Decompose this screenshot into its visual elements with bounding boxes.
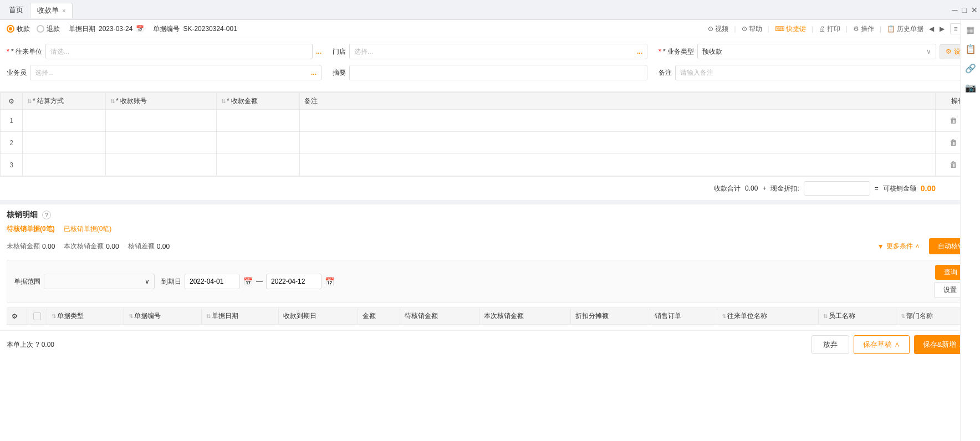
business-type-select[interactable]: 预收款 ∨ <box>697 44 936 59</box>
radio-shoukuan[interactable]: 收款 <box>7 24 30 34</box>
partner-input[interactable] <box>45 44 313 59</box>
window-minus-icon[interactable]: ─ <box>952 6 958 14</box>
cal-from-icon[interactable]: 📅 <box>243 277 253 286</box>
store-label: 门店 <box>333 47 346 57</box>
date-to-input[interactable] <box>266 274 321 289</box>
radio-tuikuan-label: 退款 <box>47 24 60 34</box>
row-3-amount[interactable] <box>217 154 300 176</box>
partner-more-icon[interactable]: ... <box>316 48 321 55</box>
video-btn[interactable]: ⊙ 视频 <box>708 24 728 34</box>
row-2-amount[interactable] <box>217 132 300 154</box>
range-select-arrow: ∨ <box>145 278 150 285</box>
sidebar-table-icon[interactable]: ▦ <box>966 24 974 35</box>
col-amount-header: ⇅ * 收款金额 <box>217 93 300 110</box>
tab-shoukuan[interactable]: 收款单 × <box>30 3 73 18</box>
unchecked-label: 未核销金额 <box>7 242 40 251</box>
row-3-account[interactable] <box>106 154 217 176</box>
window-restore-icon[interactable]: □ <box>962 6 967 14</box>
sort-staff-icon: ⇅ <box>823 313 828 319</box>
sort-number-icon: ⇅ <box>129 313 133 319</box>
calendar-icon[interactable]: 📅 <box>136 25 144 33</box>
col-partner-header: ⇅ 往来单位名称 <box>717 308 819 325</box>
row-2-account[interactable] <box>106 132 217 154</box>
row-3-settlement[interactable] <box>23 154 106 176</box>
row-3-delete-icon[interactable]: 🗑 <box>950 160 957 170</box>
total-label1: 收款合计 <box>714 184 741 193</box>
staff-select-text: 选择... <box>35 68 309 78</box>
bottom-table-gear-icon[interactable]: ⚙ <box>12 312 18 320</box>
reconcil-title: 核销明细 ? <box>7 210 973 220</box>
footer-actions: 放弃 保存草稿 ∧ 保存&新增 ∧ <box>811 335 973 354</box>
staff-select[interactable]: 选择... ... <box>30 65 321 80</box>
nav-right-btn[interactable]: ▶ <box>940 25 945 33</box>
col-number-header: ⇅ 单据编号 <box>124 308 201 325</box>
diff-label: 核销差额 <box>128 242 155 251</box>
nav-left-btn[interactable]: ◀ <box>929 25 934 33</box>
staff-more-icon[interactable]: ... <box>311 69 317 76</box>
layout-list-icon[interactable]: ≡ <box>950 23 961 34</box>
filter-icon: ▼ <box>877 243 884 250</box>
reconcil-help-icon[interactable]: ? <box>42 211 51 219</box>
remark-input[interactable] <box>675 65 973 80</box>
footer-help-icon[interactable]: ? <box>35 341 39 348</box>
settings-gear-icon: ⚙ <box>946 48 952 55</box>
row-1-settlement[interactable] <box>23 110 106 132</box>
col-discount-header: 折扣分摊额 <box>571 308 650 325</box>
form-area: * 往来单位 ... 门店 选择... ... * 业务类型 预收款 ∨ ⚙ <box>0 38 980 92</box>
print-btn[interactable]: 🖨 打印 <box>819 24 840 34</box>
sidebar-doc-icon[interactable]: 📋 <box>965 44 976 54</box>
range-select[interactable]: ∨ <box>44 274 155 289</box>
help-btn[interactable]: ⊙ 帮助 <box>742 24 762 34</box>
col-dept-label: 部门名称 <box>906 311 933 321</box>
cal-to-icon[interactable]: 📅 <box>325 277 334 286</box>
table-gear-icon[interactable]: ⚙ <box>8 98 14 105</box>
diff-value: 0.00 <box>157 243 170 250</box>
col-order-label: 销售订单 <box>655 312 681 320</box>
row-2-settlement[interactable] <box>23 132 106 154</box>
discard-button[interactable]: 放弃 <box>811 335 849 354</box>
date-value[interactable]: 2023-03-24 <box>99 25 132 33</box>
tab-close-icon[interactable]: × <box>62 7 65 14</box>
sidebar-link-icon[interactable]: 🔗 <box>965 63 976 74</box>
col-discount-label: 折扣分摊额 <box>575 312 609 320</box>
row-1-delete-icon[interactable]: 🗑 <box>950 116 957 125</box>
number-value: SK-20230324-001 <box>183 25 237 33</box>
history-btn[interactable]: 📋 历史单据 <box>887 24 923 34</box>
date-from-input[interactable] <box>185 274 240 289</box>
row-1-remark[interactable] <box>300 110 936 132</box>
col-amount-label: 金额 <box>363 312 376 320</box>
row-1-account[interactable] <box>106 110 217 132</box>
col-amount-label: * 收款金额 <box>227 96 258 106</box>
sidebar-camera-icon[interactable]: 📷 <box>965 83 976 93</box>
date-label: 到期日 <box>161 277 181 286</box>
store-select[interactable]: 选择... ... <box>349 44 647 59</box>
row-2-remark[interactable] <box>300 132 936 154</box>
operation-btn[interactable]: ⚙ 操作 <box>853 24 874 34</box>
reconcil-section: 核销明细 ? 待核销单据(0笔) 已核销单据(0笔) 未核销金额 0.00 本次… <box>0 200 980 330</box>
row-3-remark[interactable] <box>300 154 936 176</box>
shortcut-btn[interactable]: ⌨ 快捷键 <box>775 24 806 34</box>
sort-type-icon: ⇅ <box>52 313 56 319</box>
col-order-header: 销售订单 <box>650 308 717 325</box>
summary-input[interactable] <box>349 65 647 80</box>
done-tab[interactable]: 已核销单据(0笔) <box>64 224 112 234</box>
sort-icon-account: ⇅ <box>110 98 115 104</box>
row-2-delete-icon[interactable]: 🗑 <box>950 138 957 147</box>
save-draft-button[interactable]: 保存草稿 ∧ <box>854 335 910 354</box>
tab-home[interactable]: 首页 <box>2 2 30 18</box>
sort-dept-icon: ⇅ <box>901 313 905 319</box>
row-1-amount[interactable] <box>217 110 300 132</box>
total-discount-input[interactable] <box>804 181 870 196</box>
filter-row: 单据范围 ∨ 到期日 📅 — 📅 查询 设置 <box>7 260 973 303</box>
more-conditions-btn[interactable]: ▼ 更多条件 ∧ <box>877 242 920 251</box>
select-all-checkbox[interactable] <box>33 312 41 320</box>
pending-tab[interactable]: 待核销单据(0笔) <box>7 224 55 234</box>
window-close-icon[interactable]: ✕ <box>971 6 978 14</box>
total-label2: 现金折扣: <box>770 184 799 193</box>
total-equals: = <box>875 184 879 192</box>
current-stat: 本次核销金额 0.00 <box>64 242 119 251</box>
radio-tuikuan[interactable]: 退款 <box>37 24 60 34</box>
table-area: ⚙ ⇅ * 结算方式 ⇅ * 收款账号 <box>0 92 980 176</box>
total-row: 收款合计 0.00 + 现金折扣: = 可核销金额 0.00 <box>0 176 980 200</box>
store-more-icon[interactable]: ... <box>637 48 642 55</box>
